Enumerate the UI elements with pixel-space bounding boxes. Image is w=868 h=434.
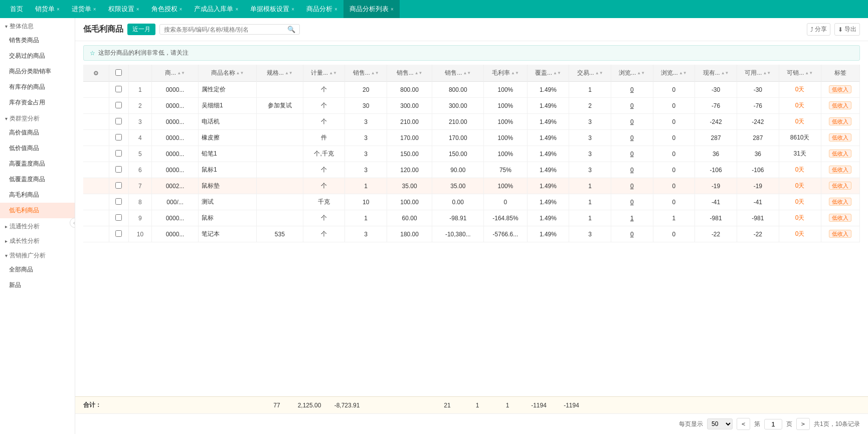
cell-tag: 低收入	[821, 178, 859, 194]
footer-total: 合计： 77 2,125.00 -8,723.91 21 1 1 -1194 -…	[75, 396, 868, 413]
close-icon[interactable]: ×	[291, 7, 294, 12]
col-header-code[interactable]: 商... ▲▼	[152, 65, 199, 82]
next-page-button[interactable]: ＞	[796, 418, 810, 430]
sort-arrows-name[interactable]: ▲▼	[236, 71, 244, 75]
sort-arrows-available[interactable]: ▲▼	[763, 71, 771, 75]
nav-role-auth[interactable]: 角色授权 ×	[145, 0, 189, 18]
cell-browse1: 0	[611, 146, 653, 162]
col-header-sales-qty[interactable]: 销售... ▲▼	[345, 65, 387, 82]
sidebar-items-cluster: 高价值商品 低价值商品 高覆盖度商品 低覆盖度商品 高毛利商品 低毛利商品	[0, 125, 75, 218]
page-size-select[interactable]: 50 100 200	[707, 418, 733, 429]
col-header-cover-rate[interactable]: 覆盖... ▲▼	[527, 65, 569, 82]
search-input[interactable]	[164, 26, 287, 33]
sidebar-item-all-products[interactable]: 全部商品	[0, 262, 75, 277]
sort-arrows-gross-margin[interactable]: ▲▼	[511, 71, 519, 75]
cell-unit: 个	[303, 162, 345, 178]
col-header-saleable[interactable]: 可销... ▲▼	[779, 65, 821, 82]
page-number-input[interactable]	[764, 419, 782, 429]
sidebar-section-cluster[interactable]: ▾ 类群堂分析	[0, 110, 75, 125]
close-icon[interactable]: ×	[391, 7, 394, 12]
col-header-browse1[interactable]: 浏览... ▲▼	[611, 65, 653, 82]
select-all-checkbox[interactable]	[115, 69, 122, 76]
sort-arrows-cover-rate[interactable]: ▲▼	[553, 71, 561, 75]
row-checkbox[interactable]	[115, 214, 122, 221]
close-icon[interactable]: ×	[180, 7, 183, 12]
share-button[interactable]: ⤴ 分享	[807, 23, 830, 36]
nav-product-analysis-list[interactable]: 商品分析列表 ×	[343, 0, 400, 18]
row-checkbox[interactable]	[115, 166, 122, 173]
col-header-stock[interactable]: 现有... ▲▼	[695, 65, 737, 82]
sort-arrows-code[interactable]: ▲▼	[177, 71, 185, 75]
row-checkbox[interactable]	[115, 198, 122, 205]
settings-icon[interactable]: ⚙	[93, 70, 99, 77]
close-icon[interactable]: ×	[334, 7, 337, 12]
col-header-sales-amount[interactable]: 销售... ▲▼	[432, 65, 484, 82]
sidebar-item-traded-products[interactable]: 交易过的商品	[0, 48, 75, 64]
row-checkbox[interactable]	[115, 86, 122, 92]
sort-arrows-stock[interactable]: ▲▼	[721, 71, 729, 75]
sidebar-item-sales-products[interactable]: 销售类商品	[0, 33, 75, 48]
sort-arrows-saleable[interactable]: ▲▼	[805, 71, 813, 75]
sidebar-item-high-coverage[interactable]: 高覆盖度商品	[0, 156, 75, 172]
sidebar-section-flow[interactable]: ▸ 流通性分析	[0, 218, 75, 233]
nav-home[interactable]: 首页	[4, 0, 29, 18]
sort-arrows-spec[interactable]: ▲▼	[285, 71, 293, 75]
col-header-gross-margin[interactable]: 毛利率 ▲▼	[484, 65, 527, 82]
sort-arrows-sales-amount[interactable]: ▲▼	[463, 71, 471, 75]
nav-product-analysis[interactable]: 商品分析 ×	[300, 0, 343, 18]
col-header-available[interactable]: 可用... ▲▼	[737, 65, 779, 82]
col-header-spec[interactable]: 规格... ▲▼	[256, 65, 303, 82]
sort-arrows-unit[interactable]: ▲▼	[329, 71, 337, 75]
row-checkbox[interactable]	[115, 102, 122, 108]
sidebar-item-low-value[interactable]: 低价值商品	[0, 140, 75, 156]
nav-permission-settings[interactable]: 权限设置 ×	[102, 0, 145, 18]
sidebar-section-overview[interactable]: ▾ 整体信息	[0, 18, 75, 33]
sort-arrows-transaction[interactable]: ▲▼	[595, 71, 603, 75]
sort-arrows-browse1[interactable]: ▲▼	[637, 71, 645, 75]
col-header-unit[interactable]: 计量... ▲▼	[303, 65, 345, 82]
sidebar-item-new-products[interactable]: 新品	[0, 277, 75, 293]
row-checkbox[interactable]	[115, 150, 122, 157]
row-checkbox[interactable]	[115, 230, 122, 237]
col-header-tag[interactable]: 标签	[821, 65, 859, 82]
row-checkbox[interactable]	[115, 134, 122, 140]
sidebar-section-marketing[interactable]: ▾ 营销推广分析	[0, 247, 75, 262]
cell-unit: 个	[303, 98, 345, 114]
cell-num: 7	[128, 178, 151, 194]
cell-settings	[83, 226, 109, 242]
cell-tag: 低收入	[821, 82, 859, 98]
time-filter-button[interactable]: 近一月	[127, 24, 155, 35]
sidebar-item-category-sales-rate[interactable]: 商品分类助销率	[0, 64, 75, 79]
search-icon[interactable]: 🔍	[287, 26, 295, 33]
export-button[interactable]: ⬇ 导出	[834, 23, 860, 36]
col-header-name[interactable]: 商品名称 ▲▼	[198, 65, 256, 82]
cell-name: 吴细细1	[198, 98, 256, 114]
sidebar-item-low-margin[interactable]: 低毛利商品	[0, 203, 75, 218]
nav-purchase-order[interactable]: 进货单 ×	[66, 0, 102, 18]
sidebar-section-growth[interactable]: ▸ 成长性分析	[0, 233, 75, 247]
row-checkbox[interactable]	[115, 182, 122, 189]
sidebar-item-in-stock-products[interactable]: 有库存的商品	[0, 79, 75, 95]
sidebar-item-low-coverage[interactable]: 低覆盖度商品	[0, 172, 75, 187]
prev-page-button[interactable]: ＜	[737, 418, 750, 430]
nav-template-settings[interactable]: 单据模板设置 ×	[244, 0, 300, 18]
nav-product-inbound[interactable]: 产成品入库单 ×	[188, 0, 244, 18]
cell-num: 1	[128, 82, 151, 98]
close-icon[interactable]: ×	[93, 7, 96, 12]
nav-sales-order[interactable]: 销货单 ×	[29, 0, 66, 18]
sidebar-item-high-value[interactable]: 高价值商品	[0, 125, 75, 140]
col-header-settings[interactable]: ⚙	[83, 65, 109, 82]
col-header-transaction[interactable]: 交易... ▲▼	[569, 65, 611, 82]
col-header-browse2[interactable]: 浏览... ▲▼	[653, 65, 695, 82]
sort-arrows-sales-qty[interactable]: ▲▼	[371, 71, 379, 75]
cell-transaction: 1	[569, 178, 611, 194]
close-icon[interactable]: ×	[235, 7, 238, 12]
sidebar-item-high-margin[interactable]: 高毛利商品	[0, 187, 75, 203]
sort-arrows-browse2[interactable]: ▲▼	[679, 71, 687, 75]
sort-arrows-sales-price[interactable]: ▲▼	[415, 71, 423, 75]
col-header-sales-price[interactable]: 销售... ▲▼	[387, 65, 432, 82]
row-checkbox[interactable]	[115, 118, 122, 124]
sidebar-item-inventory-capital[interactable]: 库存资金占用	[0, 95, 75, 110]
close-icon[interactable]: ×	[136, 7, 139, 12]
close-icon[interactable]: ×	[57, 7, 60, 12]
